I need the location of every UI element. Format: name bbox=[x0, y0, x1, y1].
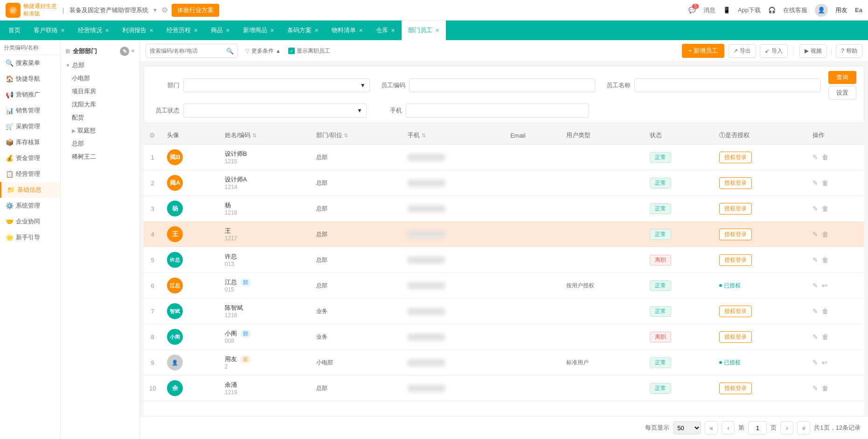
edit-icon[interactable]: ✎ bbox=[812, 205, 818, 212]
app-download-label[interactable]: App下载 bbox=[738, 6, 761, 14]
tree-node-hq[interactable]: 总部 bbox=[61, 137, 139, 150]
status-select[interactable]: ▼ bbox=[183, 104, 367, 118]
tree-node-shenyang[interactable]: 沈阳大库 bbox=[61, 98, 139, 111]
last-page-btn[interactable]: » bbox=[797, 421, 810, 434]
message-icon-area[interactable]: 💬 5 bbox=[688, 7, 696, 14]
delete-icon[interactable]: 🗑 bbox=[822, 307, 828, 315]
auth-btn[interactable]: 授权登录 bbox=[719, 177, 752, 189]
next-page-btn[interactable]: › bbox=[780, 421, 793, 434]
delete-icon[interactable]: 🗑 bbox=[822, 179, 828, 187]
edit-dept-btn[interactable]: ✎ bbox=[120, 47, 129, 56]
tab-history[interactable]: 经营历程 ✕ bbox=[160, 21, 204, 40]
experience-btn[interactable]: 体验行业方案 bbox=[172, 4, 219, 17]
sidebar-item-search[interactable]: 🔍 搜索菜单 bbox=[0, 55, 60, 71]
close-tab-warehouse[interactable]: ✕ bbox=[391, 28, 395, 34]
close-tab-operation[interactable]: ✕ bbox=[105, 28, 109, 34]
video-btn[interactable]: ▶ 视频 bbox=[799, 44, 827, 58]
close-tab-material[interactable]: ✕ bbox=[359, 28, 363, 34]
tab-profit[interactable]: 利润报告 ✕ bbox=[116, 21, 160, 40]
restore-icon[interactable]: ↩ bbox=[822, 359, 827, 366]
close-tab-history[interactable]: ✕ bbox=[194, 28, 198, 34]
close-tab-customer[interactable]: ✕ bbox=[61, 28, 65, 34]
per-page-select[interactable]: 50 20 100 bbox=[673, 421, 701, 434]
col-gear-icon[interactable]: ⚙ bbox=[149, 132, 155, 139]
delete-icon[interactable]: 🗑 bbox=[822, 230, 828, 238]
sidebar-item-guide[interactable]: 🌟 新手引导 bbox=[0, 230, 60, 245]
edit-icon[interactable]: ✎ bbox=[812, 256, 818, 264]
delete-icon[interactable]: 🗑 bbox=[822, 333, 828, 341]
close-tab-new-goods[interactable]: ✕ bbox=[270, 28, 274, 34]
export-btn[interactable]: ↗ 导出 bbox=[728, 44, 756, 58]
th-phone[interactable]: 手机 ⇅ bbox=[402, 126, 505, 145]
search-icon[interactable]: 🔍 bbox=[226, 48, 234, 55]
tree-node-xishu[interactable]: 稀树王二 bbox=[61, 150, 139, 163]
th-name-code[interactable]: 姓名/编码 ⇅ bbox=[219, 126, 311, 145]
query-btn[interactable]: 查询 bbox=[828, 71, 856, 84]
set-btn[interactable]: 设置 bbox=[828, 86, 856, 100]
sidebar-item-system[interactable]: ⚙️ 系统管理 bbox=[0, 198, 60, 214]
sidebar-item-business[interactable]: 📋 经营管理 bbox=[0, 166, 60, 182]
edit-icon[interactable]: ✎ bbox=[812, 282, 818, 289]
tree-node-dispatch[interactable]: 配货 bbox=[61, 111, 139, 124]
edit-icon[interactable]: ✎ bbox=[812, 230, 818, 238]
show-resigned-checkbox[interactable]: ✓ bbox=[288, 48, 295, 54]
close-tab-dept-staff[interactable]: ✕ bbox=[435, 28, 439, 34]
auth-btn[interactable]: 授权登录 bbox=[719, 203, 752, 215]
help-btn[interactable]: ? 帮助 bbox=[836, 44, 862, 58]
current-page-input[interactable] bbox=[748, 421, 767, 434]
auth-btn[interactable]: 授权登录 bbox=[719, 383, 752, 394]
sidebar-item-inventory[interactable]: 📦 库存核算 bbox=[0, 134, 60, 150]
close-tab-profit[interactable]: ✕ bbox=[149, 28, 153, 34]
edit-icon[interactable]: ✎ bbox=[812, 179, 818, 187]
more-filter-btn[interactable]: ▽ 更多条件 ▲ bbox=[242, 47, 285, 55]
delete-icon[interactable]: 🗑 bbox=[822, 256, 828, 264]
sidebar-item-marketing[interactable]: 📢 营销推广 bbox=[0, 87, 60, 103]
close-tab-barcode[interactable]: ✕ bbox=[314, 28, 319, 34]
sidebar-search-input[interactable] bbox=[4, 44, 61, 51]
auth-btn[interactable]: 授权登录 bbox=[719, 306, 752, 317]
delete-icon[interactable]: 🗑 bbox=[822, 205, 828, 212]
edit-icon[interactable]: ✎ bbox=[812, 384, 818, 392]
sidebar-item-basic[interactable]: 📁 基础信息 bbox=[0, 182, 60, 198]
auth-btn[interactable]: 授权登录 bbox=[719, 152, 752, 163]
sidebar-item-collab[interactable]: 🤝 企业协同 bbox=[0, 214, 60, 230]
search-input[interactable] bbox=[150, 48, 224, 54]
tab-material[interactable]: 物料清单 ✕ bbox=[325, 21, 369, 40]
collapse-tree-btn[interactable]: « bbox=[131, 47, 135, 56]
auth-btn[interactable]: 授权登录 bbox=[719, 331, 752, 343]
delete-icon[interactable]: 🗑 bbox=[822, 384, 828, 392]
tab-goods[interactable]: 商品 ✕ bbox=[204, 21, 236, 40]
tab-new-goods[interactable]: 新增商品 ✕ bbox=[236, 21, 281, 40]
tab-barcode[interactable]: 条码方案 ✕ bbox=[281, 21, 325, 40]
tree-node-shuangting[interactable]: ▶ 双庭想 bbox=[61, 124, 139, 137]
dept-select[interactable]: ▼ bbox=[183, 78, 370, 92]
restore-icon[interactable]: ↩ bbox=[822, 282, 827, 289]
tree-node-small-elec[interactable]: 小电部 bbox=[61, 72, 139, 85]
online-service-label[interactable]: 在线客服 bbox=[783, 6, 807, 14]
tree-node-project-store[interactable]: 项目库房 bbox=[61, 85, 139, 98]
tab-customer[interactable]: 客户联络 ✕ bbox=[27, 21, 71, 40]
tab-dept-staff[interactable]: 部门员工 ✕ bbox=[402, 21, 446, 40]
emp-code-input[interactable] bbox=[409, 78, 596, 92]
edit-icon[interactable]: ✎ bbox=[812, 307, 818, 315]
tab-home[interactable]: 首页 bbox=[2, 21, 27, 40]
tab-warehouse[interactable]: 仓库 ✕ bbox=[369, 21, 402, 40]
tab-operation[interactable]: 经营情况 ✕ bbox=[71, 21, 116, 40]
edit-icon[interactable]: ✎ bbox=[812, 333, 818, 341]
emp-name-input[interactable] bbox=[634, 78, 821, 92]
edit-icon[interactable]: ✎ bbox=[812, 359, 818, 366]
user-label[interactable]: 用友 bbox=[835, 6, 847, 14]
sidebar-item-nav[interactable]: 🏠 快捷导航 bbox=[0, 71, 60, 87]
prev-page-btn[interactable]: ‹ bbox=[722, 421, 735, 434]
add-employee-btn[interactable]: + 新增员工 bbox=[682, 44, 724, 58]
th-dept-pos[interactable]: 部门/职位 ⇅ bbox=[311, 126, 402, 145]
sidebar-item-finance[interactable]: 💰 资金管理 bbox=[0, 150, 60, 166]
phone-input[interactable] bbox=[406, 104, 589, 118]
dropdown-arrow[interactable]: ▼ bbox=[152, 7, 158, 14]
close-tab-goods[interactable]: ✕ bbox=[226, 28, 230, 34]
sidebar-item-purchase[interactable]: 🛒 采购管理 bbox=[0, 118, 60, 134]
tree-node-hq-parent[interactable]: ▼ 总部 bbox=[61, 59, 139, 72]
import-btn[interactable]: ↙ 导入 bbox=[760, 44, 788, 58]
first-page-btn[interactable]: « bbox=[705, 421, 718, 434]
auth-btn[interactable]: 授权登录 bbox=[719, 254, 752, 266]
